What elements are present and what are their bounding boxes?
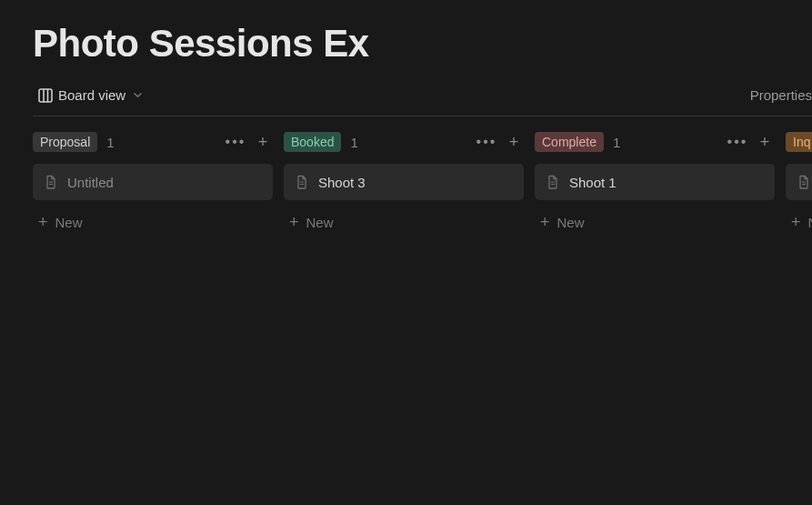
card[interactable]: Shoot 1 xyxy=(535,164,775,200)
view-toolbar: Board view Properties xyxy=(33,84,812,116)
new-card-label: New xyxy=(557,215,585,230)
column-actions: •••+ xyxy=(226,132,273,152)
board-column: Inq•••++New xyxy=(786,129,812,235)
column-header: Inq•••+ xyxy=(786,129,812,155)
view-switcher[interactable]: Board view xyxy=(33,84,148,106)
column-actions: •••+ xyxy=(476,132,524,152)
page-icon xyxy=(44,175,58,189)
board-column: Complete1•••+Shoot 1+New xyxy=(535,129,775,235)
chevron-down-icon xyxy=(133,90,143,100)
board-column: Booked1•••+Shoot 3+New xyxy=(284,129,524,235)
plus-icon: + xyxy=(509,134,519,150)
more-icon: ••• xyxy=(226,135,246,149)
column-header: Complete1•••+ xyxy=(535,129,775,155)
new-card-label: New xyxy=(55,215,83,230)
new-card-button[interactable]: +New xyxy=(33,209,273,235)
column-count: 1 xyxy=(613,135,620,150)
properties-button[interactable]: Properties xyxy=(750,87,812,103)
card[interactable]: Shoot 3 xyxy=(284,164,524,200)
svg-rect-0 xyxy=(39,89,52,102)
column-more-button[interactable]: ••• xyxy=(226,132,246,152)
column-count: 1 xyxy=(106,135,114,150)
new-card-button[interactable]: +New xyxy=(284,209,524,235)
status-tag[interactable]: Proposal xyxy=(33,132,97,152)
status-tag[interactable]: Booked xyxy=(284,132,341,152)
status-tag[interactable]: Complete xyxy=(535,132,604,152)
column-add-button[interactable]: + xyxy=(504,132,524,152)
new-card-label: New xyxy=(306,215,334,230)
page-icon xyxy=(295,175,309,189)
page-icon xyxy=(797,175,811,189)
column-add-button[interactable]: + xyxy=(755,132,775,152)
plus-icon: + xyxy=(760,134,770,150)
column-actions: •••+ xyxy=(727,132,775,152)
column-count: 1 xyxy=(350,135,357,150)
more-icon: ••• xyxy=(476,135,497,149)
card[interactable]: Untitled xyxy=(33,164,273,200)
status-tag[interactable]: Inq xyxy=(786,132,812,152)
board: Proposal1•••+Untitled+NewBooked1•••+Shoo… xyxy=(33,116,812,235)
column-add-button[interactable]: + xyxy=(253,132,273,152)
column-more-button[interactable]: ••• xyxy=(476,132,496,152)
card-title: Shoot 3 xyxy=(318,175,366,190)
page-icon xyxy=(546,175,560,189)
view-switcher-label: Board view xyxy=(58,87,125,103)
column-more-button[interactable]: ••• xyxy=(727,132,747,152)
new-card-label: New xyxy=(808,215,812,230)
plus-icon: + xyxy=(289,214,299,230)
column-header: Proposal1•••+ xyxy=(33,129,273,155)
card-title: Untitled xyxy=(67,175,114,190)
board-icon xyxy=(38,88,53,103)
column-header: Booked1•••+ xyxy=(284,129,524,155)
page-title: Photo Sessions Ex xyxy=(33,0,812,66)
new-card-button[interactable]: +New xyxy=(786,209,812,235)
plus-icon: + xyxy=(38,214,48,230)
card-title: Shoot 1 xyxy=(569,175,617,190)
board-column: Proposal1•••+Untitled+New xyxy=(33,129,273,235)
plus-icon: + xyxy=(540,214,550,230)
more-icon: ••• xyxy=(727,135,748,149)
plus-icon: + xyxy=(258,134,268,150)
new-card-button[interactable]: +New xyxy=(535,209,775,235)
plus-icon: + xyxy=(791,214,801,230)
card[interactable] xyxy=(786,164,812,200)
